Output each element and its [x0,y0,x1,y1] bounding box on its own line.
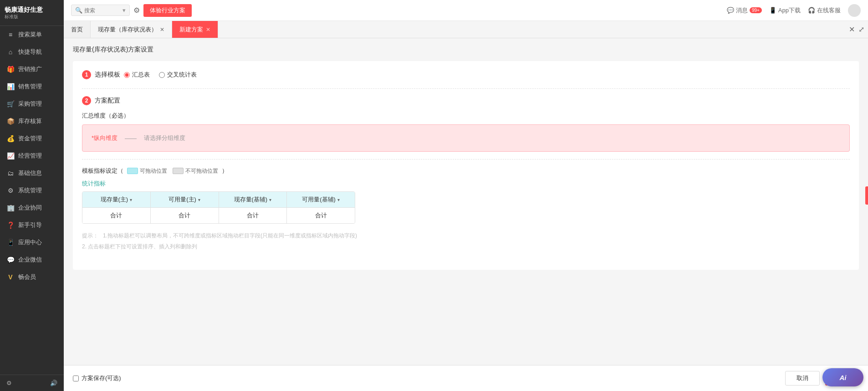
chevron-down-icon: ▾ [337,197,340,202]
sidebar-item-marketing[interactable]: 🎁 营销推广 [0,61,64,78]
cell-available-main-sub: 合计 [151,208,219,223]
tips-section: 提示： 1.拖动标题栏可以调整布局，不可跨维度或指标区域拖动栏目字段(只能在同一… [82,231,850,252]
sidebar-item-label: 企业协同 [18,204,42,212]
legend-not-draggable: 不可拖动位置 [173,167,218,175]
sidebar-logo: 畅康通好生意 标准版 [0,0,64,26]
tip1: 提示： 1.拖动标题栏可以调整布局，不可跨维度或指标区域拖动栏目字段(只能在同一… [82,231,850,241]
quick-nav-icon: ⌂ [6,48,15,56]
close-icon[interactable]: ✕ [849,25,855,34]
sidebar: 畅康通好生意 标准版 ≡ 搜索菜单 ⌂ 快捷导航 🎁 营销推广 📊 销售管理 🛒… [0,0,64,391]
guide-icon: ❓ [6,221,15,229]
experience-button[interactable]: 体验行业方案 [143,4,192,17]
tab-inventory-close[interactable]: ✕ [160,26,164,33]
radio-summary-input[interactable] [124,72,130,78]
ai-float-button[interactable]: Ai [822,368,863,386]
chevron-down-icon: ▾ [123,7,126,14]
sidebar-item-system[interactable]: ⚙ 系统管理 [0,182,64,199]
content: 现存量(库存状况表)方案设置 1 选择模板 汇总表 交叉统计表 [64,38,868,365]
settings-icon[interactable]: ⚙ [6,380,12,386]
app-download-icon: 📱 [769,7,776,14]
sidebar-item-sales[interactable]: 📊 销售管理 [0,78,64,95]
avatar[interactable] [848,4,861,17]
tab-new-plan-close[interactable]: ✕ [206,26,210,33]
col-current-main[interactable]: 现存量(主) ▾ [82,192,151,207]
tab-inventory-status[interactable]: 现存量（库存状况表） ✕ [91,21,172,38]
sidebar-item-quick-nav[interactable]: ⌂ 快捷导航 [0,43,64,61]
step1-section: 1 选择模板 汇总表 交叉统计表 [82,70,850,79]
template-radio-group: 汇总表 交叉统计表 [124,71,197,79]
online-service-item[interactable]: 🎧 在线客服 [808,6,841,15]
sidebar-item-label: 资金管理 [18,134,42,143]
enterprise-icon: 🏢 [6,204,15,212]
step2-title: 方案配置 [95,97,120,105]
speaker-icon[interactable]: 🔊 [50,380,57,386]
sidebar-item-purchase[interactable]: 🛒 采购管理 [0,95,64,113]
sidebar-item-finance[interactable]: 💰 资金管理 [0,130,64,147]
sidebar-item-member[interactable]: V 畅会员 [0,268,64,286]
draggable-label: 可拖动位置 [140,167,167,175]
sidebar-item-inventory[interactable]: 📦 库存核算 [0,113,64,130]
messages-item[interactable]: 💬 消息 99+ [727,6,762,15]
main-area: 🔍 ▾ ⚙ 体验行业方案 💬 消息 99+ 📱 App下载 🎧 在线客服 [64,0,868,391]
sidebar-item-label: 企业微信 [18,256,42,264]
indicator-legend: 可拖动位置 不可拖动位置 [127,167,218,175]
stats-table-body: 合计 合计 合计 合计 [82,208,355,223]
tab-home[interactable]: 首页 [64,21,91,38]
radio-cross-label: 交叉统计表 [167,71,197,79]
step2-badge: 2 [82,96,91,105]
dim-arrow: —— [125,135,137,142]
gear-icon[interactable]: ⚙ [133,6,140,15]
save-checkbox[interactable] [73,376,79,381]
col-available-aux[interactable]: 可用量(基辅) ▾ [287,192,355,207]
radio-summary[interactable]: 汇总表 [124,71,150,79]
radio-cross[interactable]: 交叉统计表 [159,71,197,79]
member-icon: V [6,273,15,281]
indicator-settings-label: 模板指标设定（ 可拖动位置 不可拖动位置 ） [82,167,850,175]
chevron-down-icon: ▾ [130,197,132,202]
sidebar-item-enterprise[interactable]: 🏢 企业协同 [0,199,64,216]
tab-new-plan[interactable]: 新建方案 ✕ [172,21,218,38]
radio-cross-input[interactable] [159,72,165,78]
tip-title: 提示： [82,232,102,239]
chevron-down-icon: ▾ [198,197,200,202]
topbar: 🔍 ▾ ⚙ 体验行业方案 💬 消息 99+ 📱 App下载 🎧 在线客服 [64,0,868,21]
col-available-aux-label: 可用量(基辅) [302,196,336,204]
topbar-left: 🔍 ▾ ⚙ 体验行业方案 [71,4,721,17]
save-option-label: 方案保存(可选) [82,374,121,382]
stats-label: 统计指标 [82,180,850,188]
col-current-aux-label: 现存量(基辅) [234,196,268,204]
sidebar-item-label: 搜索菜单 [18,31,42,39]
finance-icon: 💰 [6,134,15,143]
divider1 [82,88,850,89]
page-title: 现存量(库存状况表)方案设置 [73,46,859,54]
col-available-main[interactable]: 可用量(主) ▾ [151,192,219,207]
draggable-box [127,168,138,174]
search-input[interactable] [84,7,121,14]
right-edge-handle[interactable] [865,186,868,205]
dim-placeholder: 请选择分组维度 [144,134,185,142]
search-box[interactable]: 🔍 ▾ [71,5,130,16]
sidebar-item-label: 基础信息 [18,169,42,177]
summary-dimension-label: 汇总维度（必选） [82,112,850,120]
col-current-aux[interactable]: 现存量(基辅) ▾ [219,192,287,207]
settings-card: 1 选择模板 汇总表 交叉统计表 [73,61,859,270]
sidebar-item-search-menu[interactable]: ≡ 搜索菜单 [0,26,64,43]
sidebar-item-label: 快捷导航 [18,48,42,56]
tab-inventory-label: 现存量（库存状况表） [98,26,157,34]
sidebar-item-guide[interactable]: ❓ 新手引导 [0,216,64,234]
tip2: 2. 点击标题栏下拉可设置排序、插入列和删除列 [82,242,850,252]
sidebar-item-label: 应用中心 [18,238,42,247]
step2-header: 2 方案配置 [82,96,850,105]
sidebar-item-basic-info[interactable]: 🗂 基础信息 [0,165,64,182]
sidebar-item-wechat[interactable]: 💬 企业微信 [0,251,64,268]
vertical-dim-label: *纵向维度 [92,134,117,142]
message-icon: 💬 [727,7,734,14]
app-download-item[interactable]: 📱 App下载 [769,6,801,15]
operation-icon: 📈 [6,152,15,160]
cell-available-aux-sub: 合计 [287,208,355,223]
sidebar-item-operation[interactable]: 📈 经营管理 [0,147,64,165]
sidebar-item-app-center[interactable]: 📱 应用中心 [0,234,64,251]
expand-icon[interactable]: ⤢ [858,25,864,34]
step1-badge: 1 [82,70,91,79]
cancel-button[interactable]: 取消 [785,371,820,386]
